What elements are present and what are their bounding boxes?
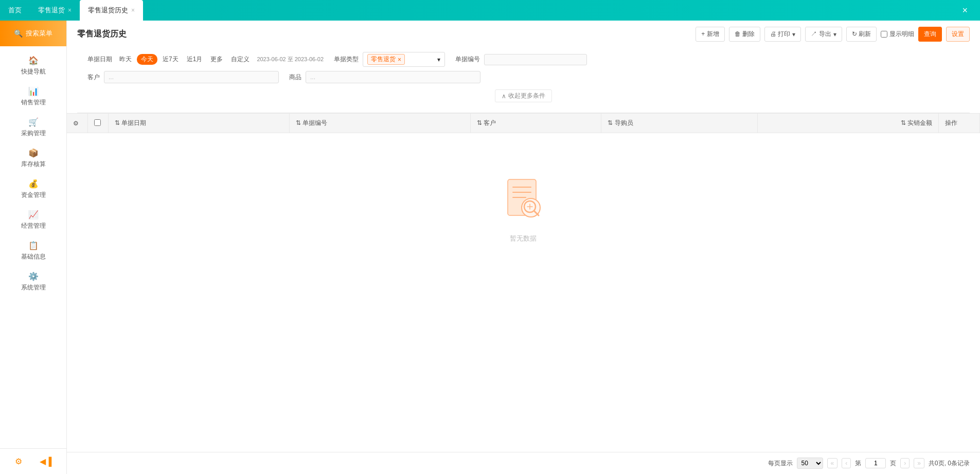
tab-retail-return-history[interactable]: 零售退货历史 ×	[80, 0, 143, 21]
pagination-bar: 每页显示 20 50 100 « ‹ 第 页 › » 共0页, 0条记录	[67, 452, 980, 474]
finance-icon: 💰	[28, 179, 39, 189]
display-toggle[interactable]: 显示明细	[881, 30, 914, 39]
tab-home-label: 首页	[8, 6, 22, 15]
sidebar-search[interactable]: 🔍 搜索菜单	[0, 21, 66, 46]
doc-type-tag-text: 零售退货	[371, 55, 396, 64]
doc-no-input[interactable]	[484, 54, 587, 65]
filter-date: 单据日期 昨天 今天 近7天 近1月 更多 自定义 2023-06-02 至 2…	[87, 54, 324, 65]
th-guide-label: ⇅ 导购员	[608, 119, 633, 126]
page-label: 第	[855, 459, 861, 468]
table-container: ⚙ ⇅ 单据日期 ⇅ 单据编号 ⇅ 客户	[67, 114, 980, 452]
sidebar-item-finance[interactable]: 💰 资金管理	[0, 174, 66, 205]
first-page-button[interactable]: «	[827, 458, 838, 468]
sidebar-item-inventory[interactable]: 📦 库存核算	[0, 143, 66, 174]
main-layout: 🔍 搜索菜单 🏠 快捷导航 📊 销售管理 🛒 采购管理 📦 库存核算 💰	[0, 21, 980, 474]
operations-icon: 📈	[28, 210, 39, 220]
settings-filter-button[interactable]: 设置	[946, 27, 970, 42]
tab-retail-return-close[interactable]: ×	[68, 7, 72, 14]
sidebar-item-basic-info[interactable]: 📋 基础信息	[0, 235, 66, 266]
sidebar-item-purchase-mgmt-label: 采购管理	[21, 129, 46, 138]
next-page-button[interactable]: ›	[900, 458, 910, 468]
collapse-icon: ∧	[502, 93, 506, 100]
export-button[interactable]: ↗ 导出 ▾	[805, 27, 842, 42]
per-page-select[interactable]: 20 50 100	[797, 458, 823, 469]
search-icon: 🔍	[14, 29, 23, 38]
th-doc-date[interactable]: ⇅ 单据日期	[108, 114, 289, 133]
window-close-button[interactable]: ×	[958, 3, 972, 18]
tab-retail-return-history-label: 零售退货历史	[88, 6, 128, 15]
print-label: 🖨 打印	[770, 30, 790, 39]
date-btn-1month[interactable]: 近1月	[184, 54, 206, 65]
th-customer[interactable]: ⇅ 客户	[471, 114, 601, 133]
tab-bar: 首页 零售退货 × 零售退货历史 ×	[0, 0, 958, 21]
th-doc-date-label: ⇅ 单据日期	[115, 119, 146, 126]
home-icon: 🏠	[28, 56, 39, 65]
sidebar-item-operations-label: 经营管理	[21, 222, 46, 230]
sidebar-item-quick-nav[interactable]: 🏠 快捷导航	[0, 50, 66, 81]
empty-state: 暂无数据	[67, 133, 980, 284]
date-buttons: 昨天 今天 近7天 近1月 更多 自定义	[116, 54, 253, 65]
query-button[interactable]: 查询	[918, 27, 942, 42]
settings-button[interactable]: ⚙	[15, 457, 22, 466]
date-btn-yesterday[interactable]: 昨天	[116, 54, 135, 65]
date-label: 单据日期	[87, 55, 112, 64]
goods-input[interactable]: ...	[306, 71, 480, 83]
collapse-button[interactable]: ∧ 收起更多条件	[495, 89, 552, 102]
doc-no-label: 单据编号	[455, 55, 480, 64]
basic-info-icon: 📋	[28, 241, 39, 250]
doc-type-tag-remove[interactable]: ×	[398, 56, 401, 63]
display-checkbox[interactable]	[881, 31, 887, 38]
doc-type-label: 单据类型	[334, 55, 359, 64]
customer-input[interactable]: ...	[104, 71, 279, 83]
filter-customer: 客户 ...	[87, 71, 279, 83]
th-settings[interactable]: ⚙	[67, 114, 87, 133]
tab-home[interactable]: 首页	[0, 0, 30, 21]
collapse-label: 收起更多条件	[508, 92, 545, 100]
doc-type-select[interactable]: 零售退货 × ▾	[363, 52, 445, 67]
sidebar-item-operations[interactable]: 📈 经营管理	[0, 205, 66, 235]
toolbar: + 新增 🗑 删除 🖨 打印 ▾ ↗ 导出 ▾ ↻ 刷新 显示明细	[696, 27, 970, 42]
th-doc-no-label: ⇅ 单据编号	[296, 119, 327, 126]
sidebar-nav: 🏠 快捷导航 📊 销售管理 🛒 采购管理 📦 库存核算 💰 资金管理 📈	[0, 46, 66, 448]
tab-retail-return[interactable]: 零售退货 ×	[30, 0, 80, 21]
sidebar: 🔍 搜索菜单 🏠 快捷导航 📊 销售管理 🛒 采购管理 📦 库存核算 💰	[0, 21, 67, 474]
sidebar-bottom: ⚙ ◀▐	[0, 448, 66, 474]
th-actions: 操作	[939, 114, 980, 133]
doc-type-dropdown-icon[interactable]: ▾	[437, 56, 440, 63]
sidebar-item-system-mgmt[interactable]: ⚙️ 系统管理	[0, 266, 66, 297]
sales-icon: 📊	[28, 86, 39, 96]
th-doc-no[interactable]: ⇅ 单据编号	[289, 114, 470, 133]
th-amount[interactable]: ⇅ 实销金额	[757, 114, 938, 133]
date-btn-more[interactable]: 更多	[207, 54, 226, 65]
sidebar-item-purchase-mgmt[interactable]: 🛒 采购管理	[0, 112, 66, 143]
print-button[interactable]: 🖨 打印 ▾	[764, 27, 801, 42]
system-icon: ⚙️	[28, 271, 39, 281]
export-dropdown-icon[interactable]: ▾	[833, 31, 836, 38]
select-all-checkbox[interactable]	[94, 119, 101, 126]
inventory-icon: 📦	[28, 148, 39, 158]
date-btn-7days[interactable]: 近7天	[159, 54, 182, 65]
filter-row-1: 单据日期 昨天 今天 近7天 近1月 更多 自定义 2023-06-02 至 2…	[87, 52, 959, 67]
content-area: 零售退货历史 + 新增 🗑 删除 🖨 打印 ▾ ↗ 导出 ▾ ↻ 刷新	[67, 21, 980, 474]
delete-button[interactable]: 🗑 删除	[729, 27, 760, 42]
last-page-button[interactable]: »	[914, 458, 924, 468]
sidebar-item-finance-label: 资金管理	[21, 191, 46, 199]
page-unit: 页	[890, 459, 896, 468]
settings-icon[interactable]: ⚙	[73, 120, 79, 127]
refresh-button[interactable]: ↻ 刷新	[846, 27, 877, 42]
date-btn-custom[interactable]: 自定义	[228, 54, 253, 65]
print-dropdown-icon[interactable]: ▾	[792, 31, 795, 38]
prev-page-button[interactable]: ‹	[842, 458, 851, 468]
th-guide[interactable]: ⇅ 导购员	[601, 114, 757, 133]
th-checkbox[interactable]	[87, 114, 108, 133]
page-number-input[interactable]	[865, 458, 886, 468]
date-range-display: 2023-06-02 至 2023-06-02	[257, 56, 324, 63]
tab-retail-return-history-close[interactable]: ×	[131, 7, 135, 14]
audio-button[interactable]: ◀▐	[40, 457, 51, 466]
page-header: 零售退货历史 + 新增 🗑 删除 🖨 打印 ▾ ↗ 导出 ▾ ↻ 刷新	[67, 21, 980, 114]
sidebar-item-basic-info-label: 基础信息	[21, 252, 46, 261]
date-btn-today[interactable]: 今天	[137, 54, 157, 65]
sidebar-item-sales-mgmt[interactable]: 📊 销售管理	[0, 81, 66, 112]
page-title-row: 零售退货历史 + 新增 🗑 删除 🖨 打印 ▾ ↗ 导出 ▾ ↻ 刷新	[77, 27, 970, 42]
new-button[interactable]: + 新增	[696, 27, 724, 42]
